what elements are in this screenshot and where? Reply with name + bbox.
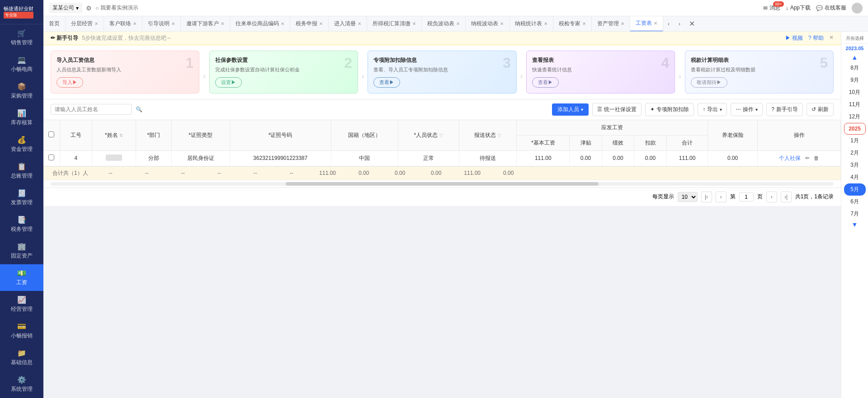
sidebar-item-system[interactable]: ⚙️ 系统管理 — [0, 371, 43, 398]
page-last-btn[interactable]: ›| — [781, 192, 792, 202]
row-delete-icon[interactable]: 🗑 — [814, 155, 819, 161]
tab-guide[interactable]: 引导说明✕ — [142, 16, 181, 32]
app-download-button[interactable]: ↓ App下载 — [786, 4, 811, 12]
month-item-3[interactable]: 3月 — [844, 159, 866, 171]
company-selector[interactable]: 某某公司 ▾ — [49, 3, 82, 13]
scrollbar-thumb[interactable] — [286, 182, 599, 186]
step-5-btn[interactable]: 敬请期待▶ — [691, 77, 727, 88]
month-picker-down-btn[interactable]: ▼ — [851, 220, 859, 229]
sidebar-item-salary[interactable]: 💵 工资 — [0, 264, 43, 291]
row-action-link[interactable]: 个人社保 — [779, 155, 801, 161]
sidebar-item-sales[interactable]: 🛒 销售管理 — [0, 24, 43, 51]
step-2-btn[interactable]: 设置▶ — [215, 77, 242, 88]
tab-tax-stats2[interactable]: 纳税波动表✕ — [466, 16, 509, 32]
tab-close-icon[interactable]: ✕ — [221, 21, 224, 26]
online-service-button[interactable]: 💬 在线客服 — [816, 4, 846, 12]
month-item-12[interactable]: 12月 — [844, 111, 866, 123]
status-filter-icon[interactable]: ▽ — [439, 133, 443, 138]
sidebar-item-assets[interactable]: 🏢 固定资产 — [0, 238, 43, 264]
tab-salary-sheet[interactable]: 工资表✕ — [630, 16, 663, 32]
tab-close-icon[interactable]: ✕ — [654, 21, 657, 26]
tab-close-icon[interactable]: ✕ — [500, 21, 504, 26]
row-edit-icon[interactable]: ✏ — [805, 155, 810, 161]
month-item-11[interactable]: 11月 — [844, 98, 866, 111]
tab-home[interactable]: 首页 — [43, 16, 66, 32]
month-item-9[interactable]: 9月 — [844, 74, 866, 86]
page-prev-btn[interactable]: ‹ — [716, 192, 726, 202]
sidebar-item-basic[interactable]: 📁 基础信息 — [0, 344, 43, 371]
tab-customer[interactable]: 客户联络✕ — [104, 16, 142, 32]
month-item-4[interactable]: 4月 — [844, 171, 866, 183]
operations-button[interactable]: ⋯ 操作 ▾ — [731, 103, 763, 116]
tab-tax-stats3[interactable]: 纳税统计表✕ — [509, 16, 553, 32]
sidebar-item-invoice[interactable]: 🧾 发票管理 — [0, 184, 43, 211]
refresh-button[interactable]: ↺ 刷新 — [807, 103, 834, 116]
report-filter-icon[interactable]: ▽ — [498, 133, 501, 138]
settings-icon[interactable]: ⚙ — [86, 5, 92, 12]
page-size-select[interactable]: 10 — [678, 192, 698, 202]
sidebar-item-ecommerce[interactable]: 💻 小畅电商 — [0, 51, 43, 78]
tab-prev-btn[interactable]: ‹ — [663, 16, 674, 32]
tab-close-icon[interactable]: ✕ — [319, 21, 323, 26]
sidebar-item-tax[interactable]: 📑 税务管理 — [0, 211, 43, 238]
user-avatar[interactable] — [852, 3, 863, 14]
tab-asset-mgmt[interactable]: 资产管理✕ — [592, 16, 630, 32]
row-deduction: 0.00 — [634, 150, 666, 166]
tab-close-icon[interactable]: ✕ — [133, 21, 137, 26]
tab-close-icon[interactable]: ✕ — [544, 21, 547, 26]
month-picker-up-btn[interactable]: ▲ — [851, 53, 859, 62]
tab-close-icon[interactable]: ✕ — [358, 21, 361, 26]
name-sort-icon[interactable]: ⇅ — [119, 133, 123, 138]
tab-tax-reduce[interactable]: 税负波动表✕ — [422, 16, 466, 32]
sidebar-item-finance[interactable]: 💰 资金管理 — [0, 131, 43, 158]
unified-settings-button[interactable]: ☰ 统一社保设置 — [592, 103, 642, 116]
new-guide-button[interactable]: ? 新手引导 — [766, 103, 803, 116]
tab-close-icon[interactable]: ✕ — [621, 21, 624, 26]
page-next-btn[interactable]: › — [766, 192, 777, 202]
tab-close-icon[interactable]: ✕ — [281, 21, 284, 26]
tab-tax-expert[interactable]: 税检专家✕ — [553, 16, 592, 32]
message-button[interactable]: ✉ 消息 99+ — [763, 4, 780, 12]
month-item-5[interactable]: 5月 — [844, 183, 866, 196]
demo-button[interactable]: ○ 我要看实例演示 — [95, 4, 138, 12]
tab-close-icon[interactable]: ✕ — [171, 21, 175, 26]
step-4-btn[interactable]: 查看▶ — [532, 77, 559, 88]
tab-tax-report[interactable]: 税务申报✕ — [290, 16, 329, 32]
tab-income-tax[interactable]: 所得税汇算清缴✕ — [367, 16, 422, 32]
tab-close-icon[interactable]: ✕ — [94, 21, 98, 26]
sidebar-item-purchase[interactable]: 📦 采购管理 — [0, 78, 43, 104]
month-item-2[interactable]: 2月 — [844, 147, 866, 159]
export-button[interactable]: ↑ 导出 ▾ — [698, 103, 727, 116]
search-icon[interactable]: 🔍 — [136, 106, 142, 112]
search-input[interactable] — [51, 104, 132, 115]
month-item-1[interactable]: 1月 — [844, 135, 866, 147]
month-item-8[interactable]: 8月 — [844, 62, 866, 74]
guide-video-link[interactable]: ▶ 视频 — [785, 34, 803, 42]
tab-close-icon[interactable]: ✕ — [412, 21, 416, 26]
step-3-btn[interactable]: 查看▶ — [373, 77, 400, 88]
tab-next-btn[interactable]: › — [674, 16, 685, 32]
sidebar-item-operations[interactable]: 📈 经营管理 — [0, 291, 43, 318]
select-all-checkbox[interactable] — [48, 131, 54, 137]
guide-close-btn[interactable]: ✕ — [829, 34, 834, 42]
tab-goods-code[interactable]: 往来单位商品编码✕ — [230, 16, 290, 32]
sidebar-item-ledger[interactable]: 📋 总账管理 — [0, 158, 43, 184]
month-item-6[interactable]: 6月 — [844, 196, 866, 208]
row-checkbox[interactable] — [48, 155, 54, 160]
step-1-btn[interactable]: 导入▶ — [57, 77, 83, 88]
tab-close-icon[interactable]: ✕ — [456, 21, 460, 26]
month-item-7[interactable]: 7月 — [844, 208, 866, 220]
page-number-input[interactable] — [739, 192, 754, 201]
add-person-button[interactable]: 添加人员 ▾ — [552, 103, 589, 116]
tab-invite[interactable]: 邀请下游客户✕ — [181, 16, 230, 32]
page-first-btn[interactable]: |‹ — [701, 192, 712, 202]
sidebar-item-inventory[interactable]: 📊 库存核算 — [0, 104, 43, 131]
special-deduction-button[interactable]: ✦ 专项附加扣除 — [645, 103, 694, 116]
guide-help-link[interactable]: ? 帮助 — [808, 34, 824, 42]
tab-multilevel[interactable]: 分层经营✕ — [66, 16, 104, 32]
tab-close-icon[interactable]: ✕ — [582, 21, 586, 26]
month-item-10[interactable]: 10月 — [844, 86, 866, 98]
tab-close-all-btn[interactable]: ✕ — [685, 16, 698, 32]
sidebar-item-marketing[interactable]: 💳 小畅报销 — [0, 318, 43, 344]
tab-clearance[interactable]: 进入清册✕ — [329, 16, 367, 32]
